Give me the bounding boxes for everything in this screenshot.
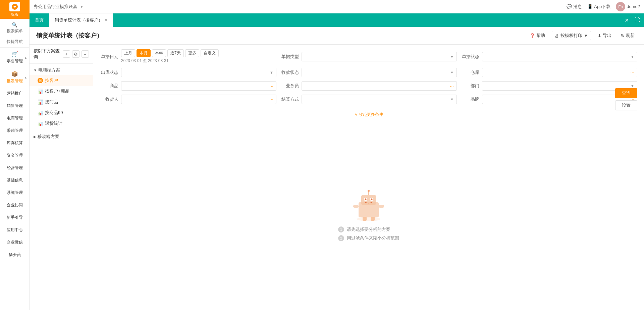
print-button[interactable]: 🖨 按模板打印 ▼ <box>552 31 591 40</box>
sidebar-nav-item-ecommerce[interactable]: 电商管理 <box>0 112 29 124</box>
scheme-item-by-goods[interactable]: 📊 按商品 <box>30 97 93 107</box>
warehouse-label: 仓库 <box>461 69 479 75</box>
scheme-item-by-customer-goods[interactable]: 📊 按客户+商品 <box>30 86 93 97</box>
user-menu[interactable]: Ea demo2 <box>616 2 640 11</box>
settings-scheme-button[interactable]: ⚙ <box>72 50 79 58</box>
date-btn-this-year[interactable]: 本年 <box>152 49 166 57</box>
sidebar-nav-item-guide[interactable]: 新手引导 <box>0 211 29 224</box>
breadcrumb-dropdown-icon[interactable]: ▼ <box>80 5 84 9</box>
refresh-button[interactable]: ↻ 刷新 <box>618 31 637 40</box>
out-status-select[interactable]: ▼ <box>121 68 276 77</box>
dept-label: 部门 <box>461 83 479 89</box>
goods-more-icon[interactable]: ··· <box>269 83 273 89</box>
warehouse-select[interactable]: ··· <box>482 68 637 77</box>
empty-tips: 1 请先选择要分析的方案 2 用过滤条件来缩小分析范围 <box>338 226 399 241</box>
receiver-select[interactable]: ··· <box>121 95 276 104</box>
goods-select[interactable]: ··· <box>121 81 276 91</box>
scheme-item-by-customer[interactable]: 按 按客户 <box>30 75 93 86</box>
collapse-filter-bar[interactable]: ∧ 收起更多条件 <box>93 109 644 120</box>
print-icon: 🖨 <box>555 33 559 38</box>
sidebar-nav-item-base[interactable]: 基础信息 <box>0 174 29 187</box>
maximize-window-button[interactable]: ⛶ <box>633 16 641 24</box>
date-btn-custom[interactable]: 自定义 <box>201 49 219 57</box>
collect-status-select[interactable]: ▼ <box>302 68 457 77</box>
sidebar-nav-item-enterprise[interactable]: 企业协同 <box>0 199 29 211</box>
scheme-header-icons: + ⚙ « <box>63 50 89 58</box>
scheme-item-return-stats[interactable]: 📊 退货统计 <box>30 118 93 129</box>
sidebar-nav-item-inventory[interactable]: 库存核算 <box>0 137 29 149</box>
doc-type-select[interactable]: ▼ <box>302 52 457 61</box>
doc-type-filter: 单据类型 ▼ <box>280 52 457 61</box>
goods-label: 商品 <box>100 83 118 89</box>
close-window-button[interactable]: ✕ <box>623 16 631 24</box>
scheme-group-desktop-header[interactable]: ▼ 电脑端方案 <box>30 65 93 75</box>
date-btn-more[interactable]: 更多 <box>185 49 199 57</box>
filter-row-2: 出库状态 ▼ 收款状态 ▼ <box>100 68 637 77</box>
dept-select[interactable]: ▼ <box>482 81 637 91</box>
page-header: 销货单统计表（按客户） ❓ 帮助 🖨 按模板打印 ▼ ⬇ 导出 ↻ 刷新 <box>30 27 644 45</box>
message-button[interactable]: 💬 消息 <box>567 4 582 10</box>
receiver-more-icon[interactable]: ··· <box>269 97 273 102</box>
sidebar-nav-item-retail[interactable]: 🛒 零售管理 ▲ <box>0 48 29 67</box>
scheme-group-mobile-header[interactable]: ▶ 移动端方案 <box>30 132 93 142</box>
window-controls: ✕ ⛶ <box>623 13 644 27</box>
customer-scheme-icon: 按 <box>38 78 43 83</box>
svg-point-1 <box>357 217 380 221</box>
sidebar-nav-item-purchase[interactable]: 采购管理 <box>0 124 29 137</box>
doc-status-select[interactable]: ▼ <box>482 52 637 61</box>
empty-illustration <box>348 189 389 222</box>
sidebar-nav-item-operations[interactable]: 经营管理 <box>0 162 29 174</box>
svg-point-6 <box>365 199 367 200</box>
svg-rect-11 <box>379 205 384 208</box>
settings-button[interactable]: 设置 <box>615 100 637 110</box>
customer-goods-icon: 📊 <box>38 89 43 94</box>
warehouse-filter: 仓库 ··· <box>461 68 637 77</box>
sidebar: 标版 🔍 搜索菜单 快捷导航 🛒 零售管理 ▲ 📦 批发管理 ▲ 营销推广 销售… <box>0 0 30 310</box>
sidebar-nav-item-wholesale[interactable]: 📦 批发管理 ▲ <box>0 67 29 87</box>
sidebar-nav-item-sales[interactable]: 销售管理 <box>0 100 29 112</box>
sidebar-nav-item-marketing[interactable]: 营销推广 <box>0 87 29 100</box>
add-scheme-button[interactable]: + <box>63 50 70 58</box>
sidebar-nav-item-wechat[interactable]: 企业微信 <box>0 236 29 249</box>
tab-sales-stats[interactable]: 销货单统计表（按客户） × <box>49 13 113 27</box>
sidebar-nav-item-member[interactable]: 畅会员 <box>0 249 29 261</box>
salesman-filter: 业务员 ··· <box>280 81 457 91</box>
settle-method-select[interactable]: ▼ <box>302 95 457 104</box>
empty-tip-2: 2 用过滤条件来缩小分析范围 <box>338 235 399 241</box>
collapse-scheme-button[interactable]: « <box>82 50 89 58</box>
doc-status-label: 单据状态 <box>461 54 479 60</box>
settle-method-label: 结算方式 <box>280 96 299 102</box>
doc-type-label: 单据类型 <box>280 54 299 60</box>
date-btn-this-month[interactable]: 本月 <box>137 49 151 57</box>
tab-close-icon[interactable]: × <box>105 18 107 22</box>
filter-area: 单据日期 上月 本月 本年 近7天 更多 自定义 20 <box>93 45 644 109</box>
search-menu[interactable]: 🔍 搜索菜单 <box>0 19 29 36</box>
page-title: 销货单统计表（按客户） <box>36 32 103 44</box>
sidebar-nav-item-system[interactable]: 系统管理 <box>0 187 29 199</box>
query-button[interactable]: 查询 <box>615 88 637 98</box>
salesman-select[interactable]: ··· <box>302 81 457 91</box>
help-button[interactable]: ❓ 帮助 <box>527 31 548 40</box>
salesman-more-icon[interactable]: ··· <box>450 83 454 89</box>
date-btn-last-month[interactable]: 上月 <box>121 49 135 57</box>
breadcrumb-area: 办公用品行业模拟账套 ▼ <box>34 4 84 10</box>
app-download-button[interactable]: 📱 App下载 <box>587 4 610 10</box>
scheme-item-by-goods99[interactable]: 📊 按商品99 <box>30 107 93 118</box>
export-button[interactable]: ⬇ 导出 <box>595 31 614 40</box>
date-shortcuts: 上月 本月 本年 近7天 更多 自定义 <box>121 49 276 57</box>
sidebar-nav-item-apps[interactable]: 应用中心 <box>0 224 29 236</box>
tab-home[interactable]: 首页 <box>30 13 49 27</box>
shortcut-nav[interactable]: 快捷导航 <box>0 36 29 48</box>
date-btn-7days[interactable]: 近7天 <box>167 49 184 57</box>
sidebar-nav-item-finance[interactable]: 资金管理 <box>0 149 29 162</box>
group-expand-icon: ▼ <box>34 68 37 72</box>
header-actions: 💬 消息 📱 App下载 Ea demo2 <box>567 2 640 11</box>
brand-select[interactable]: ··· <box>482 95 637 104</box>
salesman-label: 业务员 <box>280 83 299 89</box>
date-filter: 单据日期 上月 本月 本年 近7天 更多 自定义 20 <box>100 49 276 64</box>
doc-type-arrow-icon: ▼ <box>450 55 454 59</box>
scheme-title: 按以下方案查询 <box>34 48 63 60</box>
message-icon: 💬 <box>567 4 572 9</box>
main-area: 办公用品行业模拟账套 ▼ 💬 消息 📱 App下载 Ea demo2 首页 销货… <box>30 0 644 310</box>
warehouse-more-icon[interactable]: ··· <box>630 70 634 75</box>
